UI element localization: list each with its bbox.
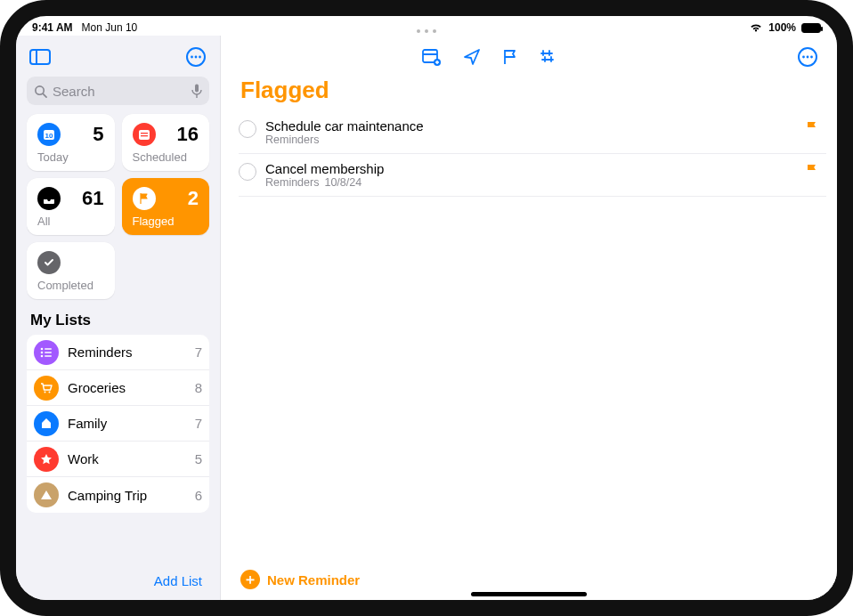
- more-button[interactable]: [183, 45, 209, 69]
- calendar-attach-icon[interactable]: [422, 48, 442, 66]
- label: All: [37, 215, 104, 228]
- list-title: Flagged: [221, 73, 837, 111]
- list-row-family[interactable]: Family 7: [27, 406, 209, 442]
- svg-point-17: [41, 351, 44, 353]
- svg-point-3: [191, 56, 193, 59]
- check-icon: [37, 251, 61, 274]
- list-count: 8: [195, 380, 202, 395]
- svg-rect-12: [139, 130, 150, 140]
- svg-point-4: [195, 56, 198, 59]
- search-placeholder: Search: [53, 84, 95, 99]
- flag-icon[interactable]: [805, 161, 825, 177]
- sidebar: Search 10 5 Today: [16, 36, 221, 600]
- list-row-reminders[interactable]: Reminders 7: [27, 335, 209, 370]
- smart-list-flagged[interactable]: 2 Flagged: [122, 178, 210, 235]
- label: Completed: [37, 279, 104, 292]
- status-bar: 9:41 AM Mon Jun 10 100%: [16, 16, 837, 36]
- flag-icon[interactable]: [502, 48, 518, 66]
- svg-rect-14: [141, 135, 148, 136]
- list-count: 5: [195, 451, 202, 466]
- calendar-icon: [133, 123, 156, 146]
- flag-icon[interactable]: [805, 118, 825, 134]
- multitask-dots-icon[interactable]: [417, 27, 436, 36]
- svg-rect-18: [45, 352, 52, 353]
- house-icon: [34, 411, 59, 436]
- location-icon[interactable]: [463, 48, 481, 66]
- smart-list-completed[interactable]: Completed: [27, 242, 115, 299]
- svg-rect-8: [195, 84, 199, 92]
- my-lists-header: My Lists: [21, 299, 215, 335]
- label: Today: [37, 150, 104, 164]
- search-input[interactable]: Search: [27, 77, 209, 105]
- home-indicator[interactable]: [471, 592, 587, 596]
- count: 5: [93, 123, 103, 146]
- battery-percent: 100%: [768, 21, 796, 34]
- svg-point-21: [45, 391, 46, 393]
- new-reminder-label: New Reminder: [267, 572, 360, 588]
- more-options-button[interactable]: [794, 45, 821, 69]
- list-bullet-icon: [34, 340, 59, 365]
- star-icon: [34, 447, 59, 472]
- svg-point-27: [802, 56, 805, 59]
- mic-icon[interactable]: [191, 84, 202, 99]
- list-row-camping[interactable]: Camping Trip 6: [27, 477, 209, 513]
- count: 61: [82, 187, 103, 210]
- reminder-list-label: Reminders: [265, 176, 319, 189]
- list-name: Family: [68, 416, 186, 431]
- svg-rect-13: [141, 133, 148, 134]
- svg-rect-0: [30, 50, 50, 64]
- svg-point-28: [807, 56, 809, 59]
- count: 2: [188, 187, 199, 210]
- list-count: 6: [195, 488, 202, 503]
- plus-icon: ＋: [240, 570, 260, 589]
- reminder-title: Cancel membership: [265, 161, 796, 176]
- smart-list-today[interactable]: 10 5 Today: [27, 114, 115, 171]
- reminder-title: Schedule car maintenance: [265, 118, 796, 134]
- search-icon: [34, 85, 47, 98]
- toggle-sidebar-button[interactable]: [27, 45, 53, 69]
- svg-line-7: [43, 93, 46, 97]
- add-list-button[interactable]: Add List: [154, 573, 202, 588]
- reminder-date: 10/8/24: [324, 176, 362, 189]
- status-time: 9:41 AM: [32, 21, 73, 34]
- svg-point-15: [41, 347, 44, 350]
- label: Flagged: [133, 215, 199, 228]
- battery-icon: [801, 23, 821, 33]
- svg-point-19: [41, 354, 44, 357]
- list-row-work[interactable]: Work 5: [27, 442, 209, 477]
- inbox-icon: [37, 187, 61, 210]
- list-name: Groceries: [68, 380, 186, 395]
- reminder-list-label: Reminders: [265, 134, 319, 146]
- svg-rect-20: [45, 355, 52, 357]
- list-name: Work: [68, 451, 186, 466]
- reminder-checkbox[interactable]: [239, 163, 256, 181]
- svg-rect-16: [45, 348, 52, 350]
- svg-point-29: [810, 56, 813, 59]
- label: Scheduled: [133, 150, 199, 164]
- list-name: Camping Trip: [68, 488, 186, 503]
- list-row-groceries[interactable]: Groceries 8: [27, 370, 209, 406]
- smart-list-scheduled[interactable]: 16 Scheduled: [122, 114, 210, 171]
- smart-list-all[interactable]: 61 All: [27, 178, 115, 235]
- reminder-item[interactable]: Schedule car maintenance Reminders: [239, 111, 826, 154]
- wifi-icon: [749, 22, 763, 33]
- svg-point-22: [49, 391, 51, 393]
- reminder-checkbox[interactable]: [239, 120, 256, 138]
- list-count: 7: [195, 416, 202, 431]
- tag-icon[interactable]: [540, 48, 557, 66]
- calendar-today-icon: 10: [37, 123, 61, 146]
- svg-text:10: 10: [45, 132, 53, 140]
- reminder-item[interactable]: Cancel membership Reminders 10/8/24: [239, 154, 826, 197]
- cart-icon: [34, 376, 59, 401]
- svg-point-5: [199, 56, 201, 59]
- tent-icon: [34, 482, 59, 507]
- list-name: Reminders: [68, 344, 186, 360]
- list-count: 7: [195, 344, 202, 360]
- count: 16: [177, 123, 199, 146]
- status-date: Mon Jun 10: [82, 21, 138, 34]
- flag-icon: [133, 187, 156, 210]
- main-panel: Flagged Schedule car maintenance Reminde…: [221, 36, 837, 600]
